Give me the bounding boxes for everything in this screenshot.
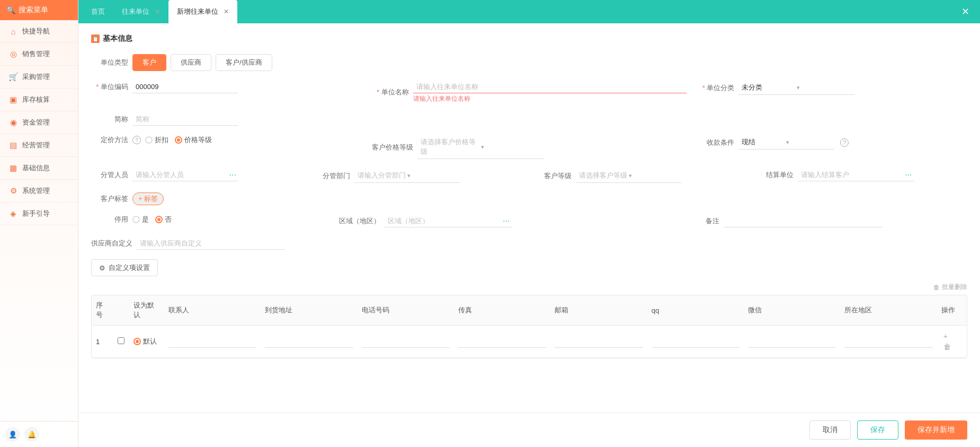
sidebar-item-quick-nav[interactable]: ⌂ 快捷导航: [0, 20, 78, 43]
chevron-down-icon-2: ▾: [481, 144, 541, 151]
manager-label: 分管人员: [91, 170, 128, 180]
save-and-new-button[interactable]: 保存并新增: [905, 420, 967, 440]
radio-default[interactable]: 默认: [133, 337, 160, 346]
payment-select[interactable]: 现结 ▾: [738, 135, 834, 150]
settlement-more-btn[interactable]: ···: [903, 170, 914, 180]
btn-both[interactable]: 客户/供应商: [216, 54, 272, 71]
disabled-radio-group: 是 否: [132, 215, 172, 224]
window-close-button[interactable]: ✕: [955, 6, 976, 17]
th-qq: qq: [647, 295, 744, 326]
unit-category-select[interactable]: 未分类 ▾: [738, 81, 855, 95]
cell-checkbox[interactable]: [113, 326, 129, 358]
tab-home[interactable]: 首页: [83, 0, 113, 23]
note-field: 备注: [682, 215, 967, 227]
region-table-input[interactable]: [844, 335, 932, 348]
sidebar-item-purchase[interactable]: 🛒 采购管理: [0, 66, 78, 89]
inventory-icon: ▣: [8, 95, 18, 104]
sidebar-item-system[interactable]: ⚙ 系统管理: [0, 180, 78, 203]
th-fax: 传真: [454, 295, 550, 326]
customer-level-select[interactable]: 请选择客户等级 ▾: [576, 169, 682, 183]
tab-counterparty[interactable]: 往来单位 ✕: [113, 0, 168, 23]
email-input[interactable]: [555, 335, 643, 348]
region-input[interactable]: [385, 215, 501, 227]
dept-select[interactable]: 请输入分管部门 ▾: [354, 169, 460, 183]
cell-region[interactable]: [840, 326, 937, 358]
unit-name-input[interactable]: [413, 81, 687, 93]
region-more-btn[interactable]: ···: [501, 216, 512, 226]
th-wechat: 微信: [744, 295, 840, 326]
phone-input[interactable]: [362, 335, 450, 348]
add-tag-button[interactable]: + 标签: [132, 192, 164, 205]
cancel-button[interactable]: 取消: [809, 420, 851, 440]
sales-icon: ◎: [8, 49, 18, 59]
custom-settings-button[interactable]: ⚙ 自定义项设置: [91, 259, 158, 276]
finance-icon: ◉: [8, 118, 18, 127]
tab-counterparty-close[interactable]: ✕: [155, 8, 160, 15]
customer-level-field: 客户等级 请选择客户等级 ▾: [534, 169, 746, 183]
search-menu[interactable]: 🔍 搜索菜单: [0, 0, 78, 20]
btn-supplier[interactable]: 供应商: [171, 54, 211, 71]
supplier-custom-field: 供应商自定义: [91, 237, 967, 250]
unit-code-input[interactable]: [132, 81, 238, 93]
cell-phone[interactable]: [358, 326, 454, 358]
delete-row-button[interactable]: 🗑: [941, 341, 953, 352]
th-checkbox: [113, 295, 129, 326]
sidebar-notification[interactable]: 🔔: [24, 427, 39, 442]
section-header: 📋 基本信息: [91, 34, 967, 43]
manager-input[interactable]: [132, 169, 227, 181]
unit-type-row: 单位类型 客户 供应商 客户/供应商: [91, 54, 967, 71]
sidebar-avatar[interactable]: 👤: [5, 427, 20, 442]
batch-delete-button[interactable]: 🗑 批量删除: [933, 283, 967, 292]
pricing-label: 定价方法: [91, 135, 128, 145]
cell-contact[interactable]: [164, 326, 261, 358]
sidebar-item-sales[interactable]: ◎ 销售管理: [0, 43, 78, 66]
cell-email[interactable]: [550, 326, 647, 358]
unit-type-field: 单位类型 客户 供应商 客户/供应商: [91, 54, 967, 71]
sidebar-item-guide[interactable]: ◈ 新手引导: [0, 203, 78, 225]
contacts-table-wrapper: 序号 设为默认 联系人 到货地址 电话号码 传真 邮箱 qq 微信 所在地区 操…: [91, 295, 967, 358]
manager-more-btn[interactable]: ···: [227, 170, 238, 180]
unit-name-error: 请输入往来单位名称: [413, 94, 687, 103]
payment-help-icon[interactable]: ?: [840, 138, 849, 147]
cell-fax[interactable]: [454, 326, 550, 358]
radio-default-circle: [133, 338, 141, 345]
settlement-input[interactable]: [798, 169, 903, 181]
wechat-input[interactable]: [748, 335, 836, 348]
radio-no[interactable]: 否: [155, 215, 172, 224]
settlement-label: 结算单位: [756, 170, 794, 180]
customer-price-select[interactable]: 请选择客户价格等级 ▾: [417, 135, 545, 159]
disabled-field: 停用 是 否: [91, 215, 328, 224]
radio-discount[interactable]: 折扣: [145, 135, 168, 145]
radio-yes[interactable]: 是: [132, 215, 149, 224]
disabled-label: 停用: [91, 215, 128, 224]
sidebar-item-operations[interactable]: ▤ 经营管理: [0, 134, 78, 157]
cell-wechat[interactable]: [744, 326, 840, 358]
radio-price-level[interactable]: 价格等级: [175, 135, 212, 145]
payment-label: 收款条件: [697, 138, 734, 147]
sidebar-item-basic[interactable]: ▦ 基础信息: [0, 157, 78, 180]
save-button[interactable]: 保存: [857, 420, 898, 440]
btn-customer[interactable]: 客户: [132, 54, 166, 71]
section-icon: 📋: [91, 34, 100, 43]
sidebar-item-inventory[interactable]: ▣ 库存核算: [0, 89, 78, 111]
cell-address[interactable]: [261, 326, 357, 358]
qq-input[interactable]: [652, 335, 740, 348]
unit-code-field: 单位编码: [91, 81, 361, 93]
radio-discount-circle: [145, 136, 153, 144]
tab-new-counterparty[interactable]: 新增往来单位 ✕: [168, 0, 237, 23]
cell-qq[interactable]: [647, 326, 744, 358]
fax-input[interactable]: [458, 335, 546, 348]
pricing-help-icon[interactable]: ?: [132, 136, 141, 144]
tab-new-counterparty-close[interactable]: ✕: [224, 8, 229, 15]
address-input[interactable]: [265, 335, 353, 348]
note-input[interactable]: [724, 215, 883, 227]
table-row: 1 默认: [92, 326, 967, 358]
row-checkbox[interactable]: [118, 337, 124, 344]
add-row-button[interactable]: +: [941, 331, 950, 341]
sidebar-bottom: 👤 🔔: [0, 421, 78, 447]
region-input-wrap: ···: [385, 215, 512, 227]
sidebar-item-finance[interactable]: ◉ 资金管理: [0, 111, 78, 134]
short-name-input[interactable]: [132, 113, 238, 126]
contact-input[interactable]: [168, 335, 256, 348]
supplier-custom-input[interactable]: [137, 237, 285, 250]
